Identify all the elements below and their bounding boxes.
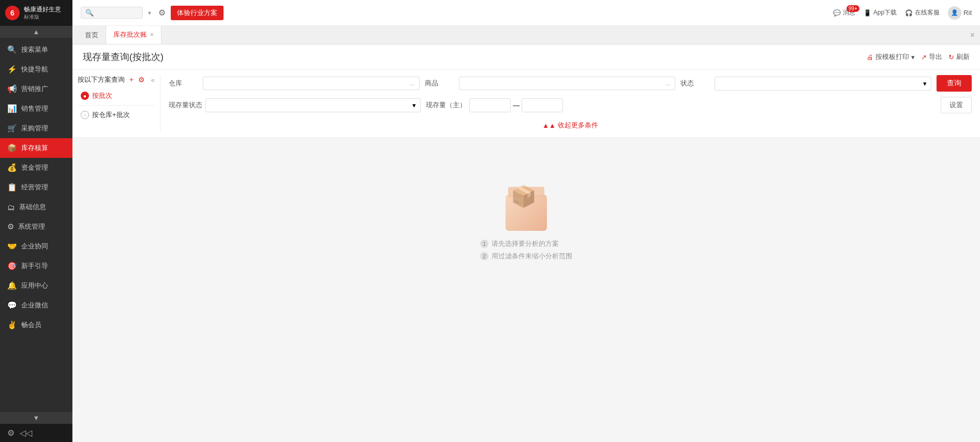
inventory-icon: 📦 [7, 143, 17, 153]
enterprise-icon: 🤝 [7, 242, 17, 251]
product-more-icon[interactable]: ... [665, 80, 671, 87]
scheme-by-warehouse-batch[interactable]: ○ 按仓库+批次 [78, 108, 155, 122]
topbar-search-icon: 🔍 [85, 9, 94, 17]
sidebar-item-enterprise[interactable]: 🤝 企业协同 [0, 237, 72, 256]
message-button[interactable]: 💬 消息 99+ [833, 8, 855, 17]
empty-tip-2: 2 用过滤条件来缩小分析范围 [480, 252, 572, 261]
purchase-icon: 🛒 [7, 124, 17, 133]
topbar-search-box[interactable]: 🔍 [81, 7, 143, 19]
sidebar-item-label: 销售管理 [21, 104, 48, 113]
sidebar-item-quick-nav[interactable]: ⚡ 快捷导航 [0, 60, 72, 79]
product-input[interactable]: ... [459, 77, 676, 90]
empty-tip-1: 1 请先选择要分析的方案 [480, 239, 572, 248]
export-button[interactable]: ↗ 导出 [921, 52, 942, 62]
query-button[interactable]: 查询 [937, 75, 972, 92]
search-icon: 🔍 [7, 45, 17, 54]
trial-industry-button[interactable]: 体验行业方案 [171, 6, 224, 20]
sidebar-item-newbie[interactable]: 🎯 新手引导 [0, 256, 72, 276]
sidebar-item-sales[interactable]: 📊 销售管理 [0, 99, 72, 119]
online-service-label: 在线客服 [915, 8, 940, 17]
export-label: 导出 [929, 52, 942, 62]
sidebar-scroll-up[interactable]: ▲ [0, 26, 72, 38]
filter-fields-panel: 仓库 ... 商品 ... 状态 [160, 75, 980, 132]
sidebar-item-business[interactable]: 📋 经营管理 [0, 178, 72, 197]
inventory-qty-range: — [469, 98, 678, 112]
warehouse-input[interactable]: ... [203, 77, 420, 90]
sidebar-item-label: 应用中心 [21, 281, 48, 290]
print-button[interactable]: 🖨 按模板打印 ▾ [867, 52, 915, 62]
sidebar-item-member[interactable]: ✌ 畅会员 [0, 315, 72, 335]
brand-name: 畅康通好生意 [24, 5, 61, 14]
warehouse-more-icon[interactable]: ... [410, 80, 415, 87]
sidebar-item-label: 企业微信 [21, 301, 48, 310]
settings-button[interactable]: 设置 [941, 97, 972, 113]
empty-icon: 📦 [495, 179, 557, 231]
collapse-filter-left-icon[interactable]: « [151, 76, 155, 84]
refresh-button[interactable]: ↻ 刷新 [948, 52, 970, 62]
sidebar-scroll-down[interactable]: ▼ [0, 412, 72, 424]
app-download-button[interactable]: 📱 App下载 [864, 8, 897, 17]
sidebar-item-inventory[interactable]: 📦 库存核算 [0, 138, 72, 158]
sidebar-footer: ⚙ ◁◁ [0, 424, 72, 442]
online-service-button[interactable]: 🎧 在线客服 [905, 8, 940, 17]
sidebar-nav: 🔍 搜索菜单 ⚡ 快捷导航 📢 营销推广 📊 销售管理 🛒 采购管理 📦 库存核… [0, 38, 72, 412]
inventory-status-select[interactable]: ▾ [205, 98, 421, 112]
collapse-label: 收起更多条件 [558, 121, 598, 130]
warehouse-label: 仓库 [169, 79, 200, 88]
message-icon: 💬 [833, 9, 841, 17]
tabs-close-all-button[interactable]: × [970, 31, 975, 40]
sidebar-item-label: 库存核算 [21, 143, 48, 153]
status-select[interactable]: ▾ [715, 77, 931, 91]
refresh-label: 刷新 [956, 52, 970, 62]
collapse-more-conditions[interactable]: ▲▲ 收起更多条件 [169, 119, 972, 132]
tab-home[interactable]: 首页 [78, 26, 106, 44]
newbie-icon: 🎯 [7, 261, 17, 271]
quick-nav-icon: ⚡ [7, 65, 17, 74]
product-label: 商品 [425, 79, 456, 88]
print-label: 按模板打印 [875, 52, 909, 62]
sidebar-item-finance[interactable]: 💰 资金管理 [0, 158, 72, 178]
app-logo: 6 [5, 6, 20, 20]
tab-label: 库存批次账 [113, 30, 147, 39]
settings-scheme-icon[interactable]: ⚙ [138, 76, 145, 84]
system-icon: ⚙ [7, 222, 14, 231]
add-scheme-icon[interactable]: ＋ [128, 75, 135, 84]
status-dropdown-icon: ▾ [923, 80, 927, 87]
app-download-label: App下载 [873, 8, 897, 17]
sidebar-item-label: 搜索菜单 [21, 45, 48, 54]
inventory-qty-min-input[interactable] [469, 98, 511, 112]
scheme-dot-active: ● [81, 92, 89, 100]
sidebar-item-search[interactable]: 🔍 搜索菜单 [0, 40, 72, 60]
collapse-sidebar-icon[interactable]: ◁◁ [20, 428, 32, 438]
main-area: 🔍 ▾ ⚙ 体验行业方案 💬 消息 99+ 📱 App下载 🎧 在线客服 👤 [72, 0, 980, 442]
sidebar-item-label: 经营管理 [21, 183, 48, 192]
user-menu[interactable]: 👤 Rit [948, 6, 972, 20]
sidebar-item-basic[interactable]: 🗂 基础信息 [0, 197, 72, 217]
tabs-bar: 首页 库存批次账 × × [72, 26, 980, 45]
tab-inventory-batch[interactable]: 库存批次账 × [106, 26, 161, 44]
refresh-icon: ↻ [948, 53, 954, 61]
sidebar-item-label: 新手引导 [21, 261, 48, 271]
topbar: 🔍 ▾ ⚙ 体验行业方案 💬 消息 99+ 📱 App下载 🎧 在线客服 👤 [72, 0, 980, 26]
topbar-dropdown-icon[interactable]: ▾ [148, 9, 151, 17]
topbar-settings-icon[interactable]: ⚙ [158, 8, 166, 18]
sidebar-item-marketing[interactable]: 📢 营销推广 [0, 79, 72, 99]
scheme-by-batch[interactable]: ● 按批次 [78, 89, 155, 103]
tip-text-2: 用过滤条件来缩小分析范围 [492, 252, 572, 261]
sidebar-item-purchase[interactable]: 🛒 采购管理 [0, 119, 72, 138]
tab-close-icon[interactable]: × [150, 31, 154, 38]
headset-icon: 🎧 [905, 9, 913, 17]
inventory-qty-field: 现存量（主） — [426, 98, 678, 112]
print-dropdown-icon[interactable]: ▾ [911, 53, 915, 61]
sidebar-item-apps[interactable]: 🔔 应用中心 [0, 276, 72, 296]
app-brand: 畅康通好生意 标准版 [24, 5, 61, 21]
sidebar-item-wechat[interactable]: 💬 企业微信 [0, 296, 72, 315]
sidebar-item-label: 营销推广 [21, 84, 48, 94]
scheme-dot-outline: ○ [81, 111, 89, 119]
topbar-search-input[interactable] [96, 9, 137, 17]
inventory-qty-max-input[interactable] [522, 98, 563, 112]
settings-gear-icon[interactable]: ⚙ [7, 428, 14, 438]
sidebar-item-system[interactable]: ⚙ 系统管理 [0, 217, 72, 237]
page-actions: 🖨 按模板打印 ▾ ↗ 导出 ↻ 刷新 [867, 52, 970, 62]
marketing-icon: 📢 [7, 84, 17, 94]
